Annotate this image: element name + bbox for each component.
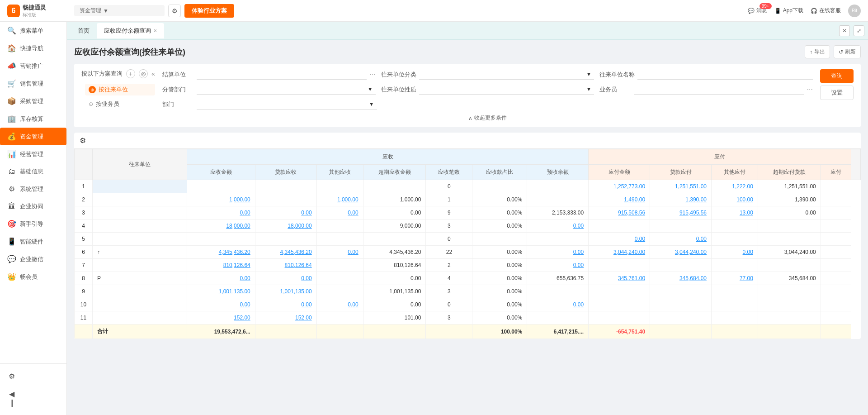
collapse-chevron-icon: ∧ [468,115,472,121]
online-service-button[interactable]: 🎧 在线客服 [811,7,841,14]
sidebar-item-hardware[interactable]: 📱 智能硬件 [0,233,66,250]
sidebar-item-inventory[interactable]: 🏢 库存核算 [0,110,66,128]
filter-add-button[interactable]: + [126,69,135,78]
filter-select-wl-class[interactable]: ▼ [419,69,594,80]
col-group-yf: 应付 [589,149,851,165]
basic-icon: 🗂 [7,167,16,176]
table-settings-icon[interactable]: ⚙ [80,136,86,145]
sidebar-item-guide[interactable]: 🎯 新手引导 [0,215,66,233]
filter-header: 按以下方案查询 + ◎ « [81,69,155,78]
sidebar-item-label: 采购管理 [20,97,43,105]
filter-field-jiesuandanwei: 结算单位 ··· [162,69,376,80]
table-row: 3 0.00 0.00 0.00 0.00 9 0.00% 2,153,333.… [75,206,861,219]
sidebar-item-label: 企业微信 [20,255,43,263]
filter-dots-2[interactable]: ··· [807,86,813,94]
tab-home[interactable]: 首页 [71,23,97,38]
logo-sub: 标准版 [23,12,46,18]
filter-option-label: 按往来单位 [99,86,128,94]
data-table: 往来单位 应收 应付 应收金额 贷款应收 其他应收 超期应收金额 应收笔数 应收… [74,149,861,339]
message-button[interactable]: 💬 消息 99+ [748,7,767,14]
query-button[interactable]: 查询 [820,69,854,83]
filter-select-nature[interactable]: ▼ [419,84,594,95]
sidebar-item-operation[interactable]: 📊 经营管理 [0,145,66,163]
member-icon: 👑 [7,272,16,281]
filter-label-6: 业务员 [599,86,631,94]
trial-button[interactable]: 体验行业方案 [184,4,234,18]
sidebar-item-sales[interactable]: 🛒 销售管理 [0,75,66,92]
col-group-yr: 应收 [187,149,588,165]
filter-option-unit[interactable]: ⊕ 按往来单位 [85,84,155,95]
sidebar-collapse-btn[interactable]: ◀ ‖ [0,385,66,411]
page-title-row: 应收应付余额查询(按往来单位) ↑ 导出 ↺ 刷新 [74,45,861,58]
breadcrumb-chevron: ▼ [103,8,108,14]
collapse-bar[interactable]: ∧ 收起更多条件 [162,114,813,122]
filter-label-3: 往来单位名称 [599,71,635,79]
sidebar: 🔍 搜索菜单 🏠 快捷导航 📣 营销推广 🛒 销售管理 📦 采购管理 🏢 库存核… [0,22,67,415]
filter-select-dept2[interactable]: ▼ [197,99,377,110]
col-wldw: 往来单位 [93,149,187,180]
tab-expand-btn[interactable]: ⤢ [854,25,864,36]
filter-field-wanglaidanwei-class: 往来单位分类 ▼ [381,69,594,80]
settings-icon[interactable]: ⚙ [168,5,181,17]
breadcrumb[interactable]: 资金管理 ▼ [74,5,165,16]
sidebar-item-system[interactable]: ⚙ 系统管理 [0,180,66,198]
sidebar-item-search[interactable]: 🔍 搜索菜单 [0,22,66,39]
tab-close-button[interactable]: × [154,28,157,34]
collapse-icon: ◀ ‖ [7,390,16,407]
sidebar-item-label: 新手引导 [20,220,43,228]
sidebar-item-purchase[interactable]: 📦 采购管理 [0,92,66,110]
user-avatar[interactable]: Rit [848,5,861,17]
filter-select-dept[interactable]: ▼ [197,84,376,95]
collapse-label: 收起更多条件 [474,114,507,122]
filter-collapse-btn[interactable]: « [151,70,155,77]
sales-icon: 🛒 [7,79,16,88]
filter-input-wl-name[interactable] [637,69,813,80]
sidebar-settings-btn[interactable]: ⚙ [0,367,66,385]
table-card: ⚙ 往来单位 应收 应付 应收金额 贷款应收 [74,133,861,339]
sidebar-item-finance[interactable]: 💰 资金管理 [0,128,66,145]
col-yf-extra: 应付 [821,165,851,180]
finance-icon: 💰 [7,132,16,141]
filter-option2-icon: ⊙ [89,101,93,107]
header-right: 💬 消息 99+ 📱 App下载 🎧 在线客服 Rit [748,5,861,17]
search-icon: 🔍 [7,26,16,35]
app-download-button[interactable]: 📱 App下载 [774,7,803,14]
sidebar-item-quick[interactable]: 🏠 快捷导航 [0,39,66,57]
sidebar-item-basic[interactable]: 🗂 基础信息 [0,163,66,180]
refresh-button[interactable]: ↺ 刷新 [834,45,861,58]
filter-scheme-button[interactable]: ◎ [139,69,148,78]
setup-button[interactable]: 设置 [820,86,854,100]
sidebar-item-corp[interactable]: 🏛 企业协同 [0,198,66,215]
sidebar-item-member[interactable]: 👑 畅会员 [0,268,66,286]
filter-input-jiesuandanwei[interactable] [197,69,367,80]
col-yr-ratio: 应收款占比 [472,165,527,180]
filter-field-wanglaidanwei-name: 往来单位名称 [599,69,813,80]
tab-active[interactable]: 应收应付余额查询 × [97,23,164,38]
corp-icon: 🏛 [7,202,16,210]
sidebar-item-label: 搜索菜单 [20,27,43,35]
sidebar-item-label: 库存核算 [20,115,43,123]
logo-name: 畅捷通灵 [23,4,46,12]
sidebar-item-weixin[interactable]: 💬 企业微信 [0,250,66,268]
filter-label-5: 往来单位性质 [381,86,416,94]
home-icon: 🏠 [7,44,16,52]
filter-option-staff[interactable]: ⊙ 按业务员 [85,98,155,110]
table-row: 9 1,001,135.00 1,001,135.00 1,001,135.00… [75,285,861,298]
filter-label-4: 分管部门 [162,86,194,94]
guide-icon: 🎯 [7,219,16,228]
tab-close-window-btn[interactable]: ✕ [839,25,850,36]
sidebar-item-label: 企业协同 [20,202,43,210]
filter-input-staff[interactable] [634,84,804,95]
filter-left: 按以下方案查询 + ◎ « ⊕ 按往来单位 ⊙ 按业务员 [81,69,155,122]
export-button[interactable]: ↑ 导出 [805,45,830,58]
refresh-icon: ↺ [839,49,843,55]
col-yushou: 预收余额 [527,165,589,180]
filter-field-staff: 业务员 ··· [599,84,813,95]
side-buttons: 查询 设置 [820,69,854,122]
service-icon: 🎧 [811,8,817,14]
top-header: 6 畅捷通灵 标准版 资金管理 ▼ ⚙ 体验行业方案 💬 消息 99+ 📱 Ap… [0,0,868,22]
filter-dots-1[interactable]: ··· [369,71,375,79]
page-title: 应收应付余额查询(按往来单位) [74,47,185,57]
logo-area: 6 畅捷通灵 标准版 [7,4,74,18]
sidebar-item-marketing[interactable]: 📣 营销推广 [0,57,66,75]
